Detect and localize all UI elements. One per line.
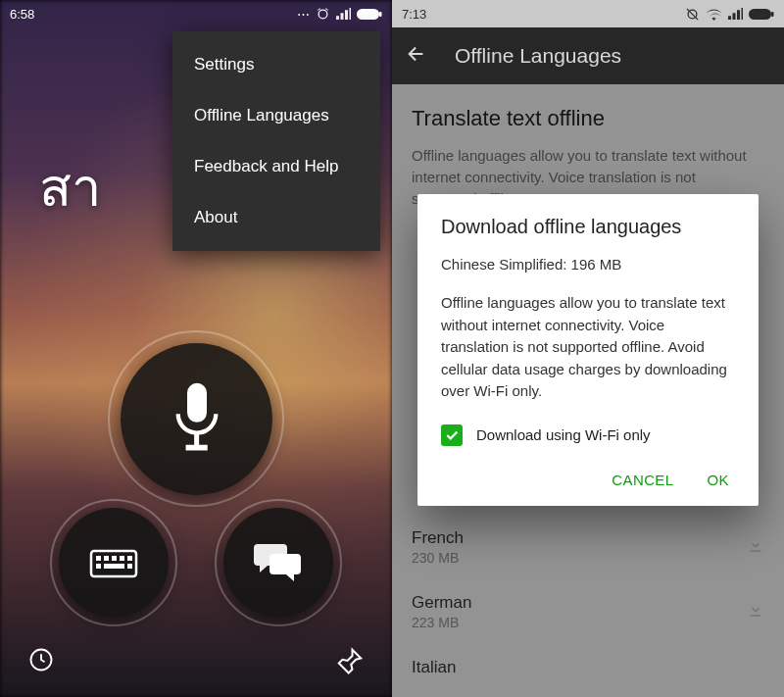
menu-item-settings[interactable]: Settings — [172, 39, 380, 90]
more-icon: ⋯ — [297, 7, 310, 22]
menu-item-feedback[interactable]: Feedback and Help — [172, 141, 380, 192]
svg-rect-4 — [96, 556, 101, 561]
pin-icon — [335, 646, 365, 675]
svg-rect-8 — [127, 556, 132, 561]
svg-rect-9 — [96, 564, 101, 569]
menu-item-about[interactable]: About — [172, 192, 380, 243]
cancel-button[interactable]: CANCEL — [612, 472, 673, 488]
chat-icon — [252, 540, 305, 585]
right-screenshot: 7:13 Offline Languages Translate text of… — [392, 0, 784, 697]
svg-rect-1 — [379, 12, 382, 17]
svg-rect-0 — [357, 9, 379, 20]
translated-text: สา — [39, 145, 101, 229]
status-icons — [685, 7, 774, 22]
status-time: 6:58 — [10, 7, 34, 22]
ok-button[interactable]: OK — [708, 472, 729, 488]
alarm-icon — [316, 7, 330, 22]
keyboard-icon — [88, 545, 139, 580]
app-bar: Offline Languages — [392, 27, 784, 84]
keyboard-button[interactable] — [59, 508, 169, 618]
wifi-only-row[interactable]: Download using Wi-Fi only — [441, 424, 735, 446]
clock-icon — [27, 646, 55, 673]
overflow-menu: Settings Offline Languages Feedback and … — [172, 31, 380, 251]
status-time: 7:13 — [402, 7, 426, 22]
dialog-actions: CANCEL OK — [441, 464, 735, 496]
signal-icon — [728, 7, 743, 21]
dialog-subtitle: Chinese Simplified: 196 MB — [441, 256, 735, 273]
status-bar: 7:13 — [392, 0, 784, 27]
wifi-only-checkbox[interactable] — [441, 424, 463, 446]
appbar-title: Offline Languages — [455, 44, 621, 68]
arrow-back-icon — [406, 43, 427, 65]
conversation-button[interactable] — [223, 508, 333, 618]
dialog-body: Offline languages allow you to translate… — [441, 292, 735, 403]
menu-item-offline-languages[interactable]: Offline Languages — [172, 90, 380, 141]
pin-button[interactable] — [335, 646, 365, 679]
signal-icon — [336, 7, 351, 21]
wifi-only-label: Download using Wi-Fi only — [476, 426, 651, 443]
battery-icon — [749, 8, 774, 21]
wifi-icon — [706, 8, 722, 21]
alarm-off-icon — [685, 7, 700, 22]
battery-icon — [357, 8, 382, 21]
microphone-icon — [169, 380, 225, 459]
back-button[interactable] — [406, 43, 427, 69]
svg-rect-14 — [771, 12, 774, 17]
left-screenshot: 6:58 ⋯ สา — [0, 0, 392, 697]
svg-rect-5 — [104, 556, 109, 561]
dialog-title: Download offline languages — [441, 216, 735, 238]
status-icons: ⋯ — [297, 7, 382, 22]
svg-rect-10 — [104, 564, 124, 569]
voice-translate-button[interactable] — [121, 343, 272, 495]
check-icon — [444, 427, 460, 443]
svg-rect-7 — [120, 556, 124, 561]
history-button[interactable] — [27, 646, 55, 679]
svg-rect-2 — [187, 382, 207, 422]
svg-rect-11 — [127, 564, 132, 569]
svg-rect-6 — [112, 556, 117, 561]
svg-rect-13 — [749, 9, 771, 20]
download-dialog: Download offline languages Chinese Simpl… — [417, 194, 759, 506]
status-bar: 6:58 ⋯ — [0, 0, 392, 27]
